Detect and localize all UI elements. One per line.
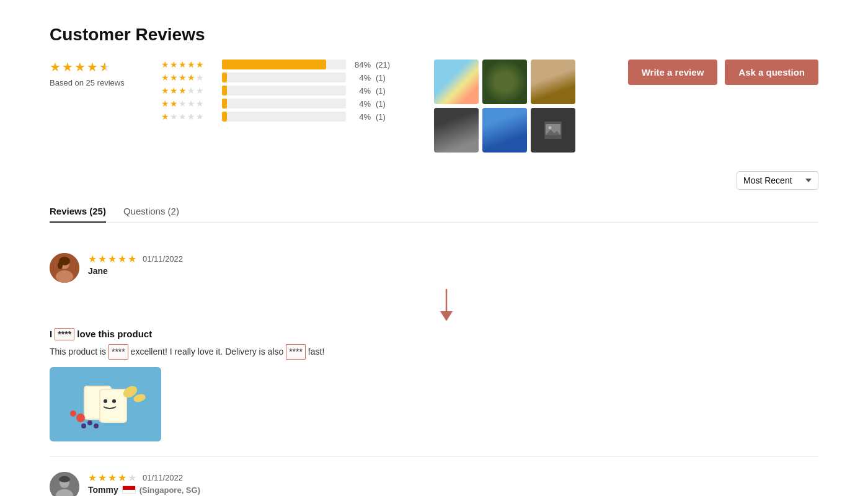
photo-thumb-4[interactable] [434,108,479,153]
photo-grid [434,60,575,153]
star-5-half: ★ ★ [99,60,110,74]
rating-summary: ★ ★ ★ ★ ★ ★ Based on 25 reviews [50,60,136,87]
avatar-svg-jane [50,253,79,283]
bar-inner-3 [222,86,227,95]
rating-row-4: ★ ★ ★ ★ ★ 4% (1) [161,73,391,82]
svg-point-24 [81,423,86,428]
svg-point-28 [59,476,70,482]
bar-pct-1: 4% [351,112,371,122]
row-2-stars: ★ ★ ★ ★ ★ [161,99,217,108]
review-item-2: ★ ★ ★ ★ ★ 01/11/2022 Tommy (Singapore, S… [50,457,818,496]
reviewer-avatar-tommy [50,472,79,496]
bar-outer-2 [222,99,346,108]
review-date-jane: 01/11/2022 [143,254,183,264]
svg-point-18 [76,414,85,422]
redacted-body-jane-1: **** [108,344,128,360]
based-on-label: Based on 25 reviews [50,78,136,87]
reviewer-name-jane: Jane [88,266,183,276]
rating-row-5: ★ ★ ★ ★ ★ 84% (21) [161,60,391,69]
reviewer-stars-jane: ★ ★ ★ ★ ★ [88,253,136,265]
bar-inner-2 [222,99,227,108]
tab-questions[interactable]: Questions (2) [123,201,179,223]
row-4-stars: ★ ★ ★ ★ ★ [161,73,217,82]
review-item-1: ★ ★ ★ ★ ★ 01/11/2022 Jane [50,238,818,457]
flag-sg [122,485,136,494]
star-4: ★ [87,60,98,74]
bar-outer-1 [222,112,346,122]
redacted-title-jane: **** [55,328,74,340]
photo-more-overlay [531,108,575,153]
svg-point-22 [87,420,92,425]
redacted-body-jane-2: **** [286,344,306,360]
rating-row-2: ★ ★ ★ ★ ★ 4% (1) [161,99,391,108]
star-3: ★ [74,60,86,74]
row-1-stars: ★ ★ ★ ★ ★ [161,112,217,122]
bar-count-3: (1) [376,86,391,95]
bar-inner-1 [222,112,227,122]
photo-thumb-3[interactable] [531,60,575,104]
reviewer-stars-date-jane: ★ ★ ★ ★ ★ 01/11/2022 [88,253,183,265]
bar-inner-4 [222,73,227,82]
svg-point-2 [549,126,552,130]
svg-point-6 [56,270,73,283]
star-1: ★ [50,60,61,74]
svg-point-23 [94,423,99,428]
bar-pct-3: 4% [351,86,371,95]
action-buttons: Write a review Ask a question [628,60,818,85]
write-review-button[interactable]: Write a review [628,60,718,85]
svg-rect-15 [100,390,126,422]
reviewer-stars-date-tommy: ★ ★ ★ ★ ★ 01/11/2022 [88,472,200,484]
svg-point-17 [112,399,116,403]
tab-reviews[interactable]: Reviews (25) [50,201,106,223]
row-5-stars: ★ ★ ★ ★ ★ [161,60,217,69]
reviewer-name-tommy: Tommy (Singapore, SG) [88,485,200,495]
bar-count-5: (21) [376,60,391,69]
bar-count-2: (1) [376,99,391,108]
page-container: Customer Reviews ★ ★ ★ ★ ★ ★ Based on 25… [0,0,868,496]
svg-point-19 [70,410,76,417]
arrow-down-svg [434,289,459,326]
svg-point-8 [58,262,63,269]
image-icon [544,122,562,139]
bar-count-4: (1) [376,73,391,82]
review-image-jane[interactable] [50,367,161,441]
avatar-svg-tommy [50,472,79,496]
review-body-jane: This product is **** excellent! I really… [50,344,818,360]
sort-row: Most Recent Oldest Highest Rating Lowest… [50,171,818,190]
svg-marker-10 [440,311,453,321]
arrow-annotation [434,289,459,328]
row-3-stars: ★ ★ ★ ★ ★ [161,86,217,95]
photo-thumb-2[interactable] [482,60,527,104]
photo-thumb-1[interactable] [434,60,479,104]
bar-count-1: (1) [376,112,391,122]
reviewer-info-tommy: ★ ★ ★ ★ ★ 01/11/2022 Tommy (Singapore, S… [88,472,200,495]
bar-inner-5 [222,60,326,69]
bar-pct-2: 4% [351,99,371,108]
page-title: Customer Reviews [50,25,818,45]
top-section: ★ ★ ★ ★ ★ ★ Based on 25 reviews ★ ★ ★ ★ [50,60,818,153]
tabs: Reviews (25) Questions (2) [50,201,818,223]
star-2: ★ [62,60,73,74]
review-list: ★ ★ ★ ★ ★ 01/11/2022 Jane [50,238,818,496]
bar-outer-3 [222,86,346,95]
review-header-tommy: ★ ★ ★ ★ ★ 01/11/2022 Tommy (Singapore, S… [50,472,818,496]
reviewer-stars-tommy: ★ ★ ★ ★ ★ [88,472,136,484]
reviewer-avatar-jane [50,253,79,283]
svg-point-16 [104,399,107,403]
review-title-jane: I **** love this product [50,328,818,340]
bar-outer-4 [222,73,346,82]
bar-pct-5: 84% [351,60,371,69]
bar-pct-4: 4% [351,73,371,82]
rating-bars: ★ ★ ★ ★ ★ 84% (21) ★ ★ ★ ★ [161,60,391,125]
ask-question-button[interactable]: Ask a question [725,60,818,85]
photo-thumb-5[interactable] [482,108,527,153]
review-date-tommy: 01/11/2022 [143,473,183,482]
review-header-1: ★ ★ ★ ★ ★ 01/11/2022 Jane [50,253,818,283]
sort-select[interactable]: Most Recent Oldest Highest Rating Lowest… [737,171,818,190]
photo-thumb-6[interactable] [531,108,575,153]
overall-stars: ★ ★ ★ ★ ★ ★ [50,60,136,74]
review-image-svg-jane [50,367,161,441]
rating-row-1: ★ ★ ★ ★ ★ 4% (1) [161,112,391,122]
reviewer-info-jane: ★ ★ ★ ★ ★ 01/11/2022 Jane [88,253,183,276]
bar-outer-5 [222,60,346,69]
